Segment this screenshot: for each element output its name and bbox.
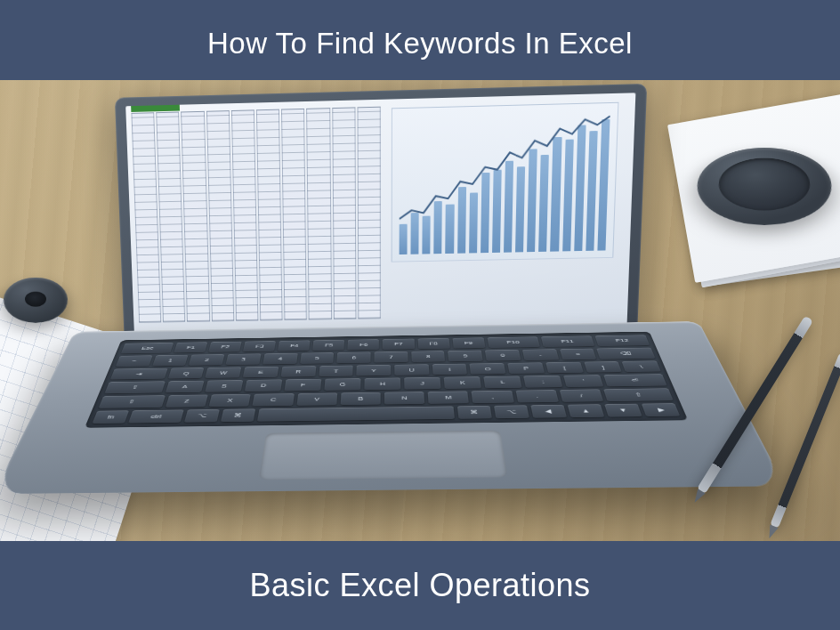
keyboard-key: ctrl: [128, 410, 183, 424]
laptop-trackpad: [259, 431, 508, 481]
keyboard-key: I: [432, 363, 468, 375]
keyboard-key: F10: [487, 336, 539, 347]
keyboard-key: ⇥: [110, 368, 168, 379]
keyboard-key: F5: [313, 340, 345, 351]
keyboard-key: ⌥: [494, 405, 529, 418]
keyboard-key: L: [483, 376, 521, 389]
keyboard-key: ▲: [568, 404, 605, 417]
keyboard-key: [: [545, 362, 583, 374]
page-title: How To Find Keywords In Excel: [207, 27, 633, 61]
keyboard-key: F12: [594, 335, 650, 346]
footer-bar: Basic Excel Operations: [0, 541, 840, 630]
keyboard-key: F2: [208, 342, 242, 352]
header-bar: How To Find Keywords In Excel: [0, 0, 840, 80]
laptop-base: EscF1F2F3F4F5F6F7F8F9F10F11F12~123456789…: [0, 321, 785, 494]
keyboard-key: ⌘: [457, 406, 492, 419]
keyboard-key: F3: [243, 341, 276, 351]
keyboard-key: ⏎: [604, 375, 667, 387]
keyboard-key: R: [280, 366, 316, 377]
keyboard-key: A: [166, 381, 205, 393]
keyboard-key: ⇧: [603, 389, 674, 402]
keyboard-key: ,: [472, 391, 514, 403]
keyboard-key: T: [319, 365, 353, 376]
keyboard-key: 7: [375, 351, 408, 363]
keyboard-key: 0: [485, 350, 521, 361]
laptop-screen: [125, 93, 635, 333]
keyboard-key: .: [515, 390, 559, 402]
keyboard-key: ~: [116, 355, 152, 367]
keyboard-key: Q: [167, 368, 204, 379]
keyboard-key: ⌥: [184, 409, 220, 423]
keyboard-key: ▼: [604, 404, 642, 417]
laptop-keyboard: EscF1F2F3F4F5F6F7F8F9F10F11F12~123456789…: [85, 332, 688, 428]
keyboard-key: C: [253, 393, 295, 406]
keyboard-key: Z: [166, 395, 208, 408]
keyboard-key: \: [622, 360, 661, 372]
keyboard-key: J: [404, 377, 440, 390]
keyboard-key: K: [444, 377, 481, 390]
earbud-device: [2, 278, 69, 323]
keyboard-key: fn: [93, 410, 129, 424]
keyboard-key: ▶: [642, 403, 680, 416]
keyboard-key: N: [384, 392, 424, 404]
keyboard-key: 2: [189, 354, 224, 366]
keyboard-key: ⌘: [221, 409, 255, 423]
keyboard-key: =: [560, 349, 597, 360]
keyboard-key: G: [324, 378, 360, 391]
keyboard-key: F1: [174, 342, 207, 352]
keyboard-key: ⌫: [597, 348, 656, 359]
keyboard-key: F9: [452, 337, 485, 348]
keyboard-key: D: [245, 380, 282, 392]
laptop-screen-frame: [115, 84, 647, 349]
keyboard-key: B: [340, 392, 380, 405]
round-coaster: [698, 116, 831, 249]
keyboard-key: F8: [417, 338, 449, 349]
keyboard-key: F6: [348, 339, 379, 350]
category-title: Basic Excel Operations: [249, 567, 590, 604]
keyboard-key: ': [563, 376, 603, 388]
spreadsheet-chart: [392, 102, 619, 262]
keyboard-key: P: [507, 362, 545, 374]
keyboard-key: 4: [262, 353, 297, 365]
keyboard-key: [257, 407, 455, 422]
keyboard-key: 8: [411, 351, 446, 362]
keyboard-key: Esc: [121, 343, 174, 353]
keyboard-key: M: [428, 392, 469, 404]
keyboard-key: ⇧: [99, 395, 166, 408]
keyboard-key: S: [205, 380, 243, 392]
keyboard-key: /: [560, 390, 604, 402]
keyboard-key: 1: [152, 355, 189, 367]
keyboard-key: H: [364, 378, 400, 391]
laptop: EscF1F2F3F4F5F6F7F8F9F10F11F12~123456789…: [67, 93, 689, 541]
keyboard-key: E: [243, 367, 279, 378]
keyboard-key: F4: [278, 340, 310, 351]
keyboard-key: ;: [523, 376, 562, 388]
keyboard-key: F: [284, 379, 321, 392]
keyboard-key: 5: [300, 352, 335, 364]
tutorial-card: How To Find Keywords In Excel: [0, 0, 840, 630]
keyboard-key: ]: [584, 361, 622, 373]
spreadsheet-grid: [131, 107, 380, 323]
keyboard-key: 9: [448, 350, 482, 361]
keyboard-key: U: [394, 364, 429, 376]
keyboard-key: -: [522, 349, 559, 360]
keyboard-key: V: [296, 393, 337, 406]
keyboard-key: W: [206, 367, 242, 378]
keyboard-key: 6: [337, 351, 371, 363]
keyboard-key: O: [470, 363, 506, 375]
keyboard-key: Y: [357, 365, 392, 376]
hero-image: EscF1F2F3F4F5F6F7F8F9F10F11F12~123456789…: [0, 80, 840, 541]
keyboard-key: ⇪: [104, 382, 165, 394]
keyboard-key: ◀: [530, 405, 567, 418]
keyboard-key: X: [209, 394, 251, 407]
keyboard-key: 3: [226, 353, 262, 365]
keyboard-key: F7: [383, 339, 415, 350]
keyboard-key: F11: [541, 335, 595, 346]
